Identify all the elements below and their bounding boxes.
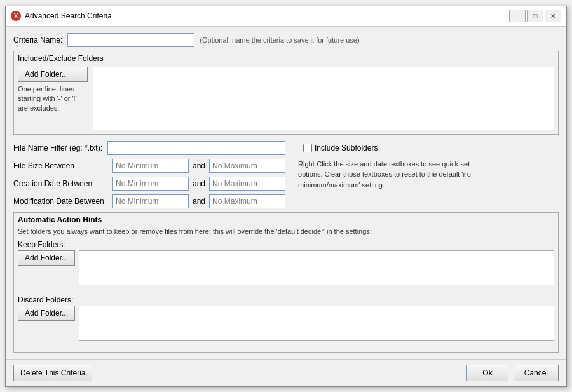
folders-pair: Keep Folders: Add Folder... Discard Fold… [18, 240, 554, 348]
include-exclude-section: Included/Exclude Folders Add Folder... O… [13, 51, 559, 135]
file-name-filter-row: File Name Filter (eg: *.txt): Include Su… [13, 141, 559, 155]
window-controls: — □ ✕ [509, 10, 561, 22]
file-size-label: File Size Between [13, 161, 109, 170]
modification-date-label: Modification Date Between [13, 197, 109, 206]
include-exclude-left: Add Folder... One per line, lines starti… [18, 67, 88, 130]
include-subfolders-label: Include Subfolders [315, 144, 378, 152]
criteria-name-label: Criteria Name: [13, 36, 62, 44]
maximize-button[interactable]: □ [527, 10, 543, 22]
auto-action-section: Automatic Action Hints Set folders you a… [13, 212, 559, 353]
minimize-button[interactable]: — [509, 10, 526, 22]
creation-date-label: Creation Date Between [13, 179, 109, 188]
include-subfolders-checkbox[interactable] [303, 144, 312, 152]
discard-add-folder-button[interactable]: Add Folder... [18, 306, 75, 321]
title-bar-left: X Advanced Search Criteria [11, 11, 112, 21]
footer-right: Ok Cancel [466, 365, 559, 381]
include-subfolders-row: Include Subfolders [303, 144, 378, 152]
include-exclude-textarea[interactable] [93, 67, 554, 130]
modification-date-max-input[interactable] [209, 194, 285, 208]
criteria-name-hint: (Optional, name the criteria to save it … [200, 36, 359, 44]
creation-date-min-input[interactable] [112, 177, 189, 191]
ok-button[interactable]: Ok [466, 365, 508, 381]
size-date-left: File Size Between and Creation Date Betw… [13, 159, 285, 208]
file-name-filter-input[interactable] [107, 141, 285, 155]
file-name-filter-label: File Name Filter (eg: *.txt): [13, 144, 102, 152]
discard-folders-textarea[interactable] [79, 306, 554, 341]
delete-criteria-button[interactable]: Delete This Criteria [13, 365, 92, 381]
file-size-max-input[interactable] [209, 159, 285, 173]
creation-date-max-input[interactable] [209, 177, 285, 191]
include-exclude-hint: One per line, lines starting with '-' or… [18, 84, 88, 114]
close-button[interactable]: ✕ [545, 10, 561, 22]
include-exclude-body: Add Folder... One per line, lines starti… [18, 67, 554, 130]
keep-folders-textarea[interactable] [79, 250, 554, 285]
modification-date-min-input[interactable] [112, 194, 189, 208]
modification-date-row: Modification Date Between and [13, 194, 285, 208]
keep-folders-body: Add Folder... [18, 250, 554, 285]
creation-date-row: Creation Date Between and [13, 177, 285, 191]
content-area: Criteria Name: (Optional, name the crite… [6, 27, 566, 359]
file-size-and: and [193, 161, 205, 170]
cancel-button[interactable]: Cancel [514, 365, 559, 381]
modification-date-and: and [193, 197, 205, 206]
discard-folders-body: Add Folder... [18, 306, 554, 341]
add-folder-button-main[interactable]: Add Folder... [18, 67, 88, 82]
title-bar: X Advanced Search Criteria — □ ✕ [6, 6, 566, 27]
auto-action-title: Automatic Action Hints [18, 215, 554, 224]
main-window: X Advanced Search Criteria — □ ✕ Criteri… [5, 6, 567, 387]
auto-action-hint: Set folders you always want to keep or r… [18, 227, 554, 235]
footer: Delete This Criteria Ok Cancel [6, 359, 566, 386]
window-title: Advanced Search Criteria [25, 11, 112, 20]
size-date-hint: Right-Click the size and date textboxes … [298, 159, 489, 191]
keep-folders-label: Keep Folders: [18, 240, 554, 249]
app-icon: X [11, 11, 21, 21]
creation-date-and: and [193, 179, 205, 188]
criteria-name-input[interactable] [67, 33, 194, 47]
keep-folders-block: Keep Folders: Add Folder... [18, 240, 554, 293]
discard-folders-label: Discard Folders: [18, 295, 554, 304]
include-exclude-label: Included/Exclude Folders [18, 54, 554, 63]
keep-add-folder-button[interactable]: Add Folder... [18, 250, 75, 266]
file-size-row: File Size Between and [13, 159, 285, 173]
criteria-name-row: Criteria Name: (Optional, name the crite… [13, 33, 559, 47]
size-date-section: File Size Between and Creation Date Betw… [13, 159, 559, 208]
discard-folders-block: Discard Folders: Add Folder... [18, 295, 554, 348]
file-size-min-input[interactable] [112, 159, 189, 173]
